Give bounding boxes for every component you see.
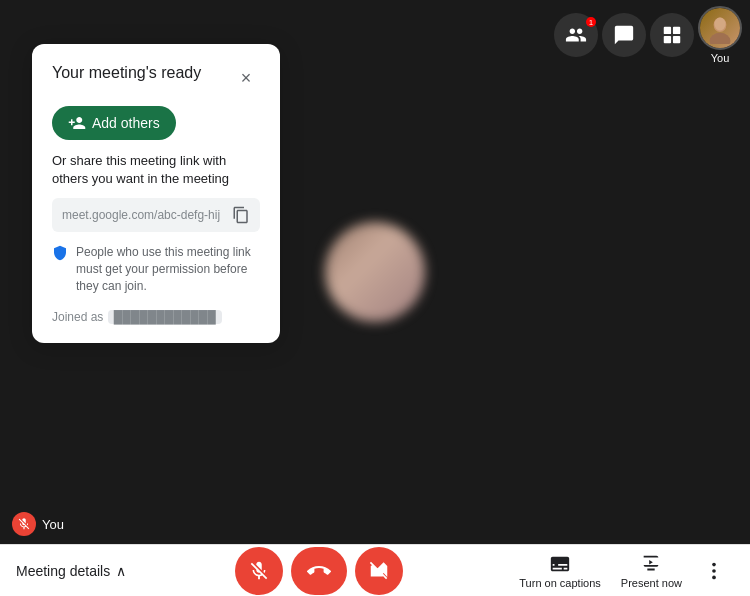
top-bar: 1 You [546,0,750,70]
camera-off-button[interactable] [355,547,403,595]
close-button[interactable]: × [232,64,260,92]
add-others-label: Add others [92,115,160,131]
svg-point-9 [712,575,716,579]
captions-label: Turn on captions [519,577,601,589]
self-name-label: You [42,517,64,532]
more-icon [703,560,725,582]
captions-button[interactable]: Turn on captions [511,549,609,593]
popup-header: Your meeting's ready × [52,64,260,92]
link-row: meet.google.com/abc-defg-hij [52,198,260,232]
add-others-button[interactable]: Add others [52,106,176,140]
svg-rect-2 [664,36,671,43]
layout-button[interactable] [650,13,694,57]
svg-rect-3 [673,36,680,43]
avatar-item: You [698,6,742,64]
mute-button[interactable] [235,547,283,595]
popup-title: Your meeting's ready [52,64,201,82]
avatar-button[interactable] [698,6,742,50]
avatar-image [700,8,740,48]
copy-icon [232,206,250,224]
end-call-icon [307,559,331,583]
meeting-details[interactable]: Meeting details ∧ [16,563,126,579]
popup-card: Your meeting's ready × Add others Or sha… [32,44,280,343]
user-avatar [325,222,425,322]
shield-icon [52,245,68,261]
add-person-icon [68,114,86,132]
share-text: Or share this meeting link with others y… [52,152,260,188]
copy-link-button[interactable] [232,206,250,224]
mic-slash-icon [248,560,270,582]
avatar-face [704,12,736,44]
camera-off-icon [368,560,390,582]
layout-item [650,13,694,57]
mic-off-icon [17,517,31,531]
svg-point-5 [710,33,731,44]
captions-icon [549,553,571,575]
joined-as-row: Joined as ████████████ [52,307,260,325]
svg-point-8 [712,569,716,573]
you-label: You [711,52,730,64]
people-count-badge: 1 [586,17,596,27]
svg-point-6 [714,18,725,31]
chat-icon [613,24,635,46]
people-count-item: 1 [554,13,598,57]
security-text: People who use this meeting link must ge… [76,244,260,294]
joined-as-prefix: Joined as [52,310,103,324]
mic-off-badge [12,512,36,536]
joined-as-name: ████████████ [108,310,222,324]
svg-rect-0 [664,27,671,34]
people-icon [565,24,587,46]
present-icon [640,553,662,575]
bottom-controls [235,547,403,595]
layout-icon [661,24,683,46]
more-button[interactable] [694,551,734,591]
security-row: People who use this meeting link must ge… [52,244,260,294]
meeting-link: meet.google.com/abc-defg-hij [62,208,226,222]
bottom-bar: Meeting details ∧ Turn on captions [0,544,750,596]
svg-rect-1 [673,27,680,34]
chat-button[interactable] [602,13,646,57]
present-label: Present now [621,577,682,589]
svg-point-7 [712,562,716,566]
bottom-right-controls: Turn on captions Present now [511,549,734,593]
meeting-details-label: Meeting details [16,563,110,579]
chevron-up-icon: ∧ [116,563,126,579]
self-label: You [12,512,64,536]
end-call-button[interactable] [291,547,347,595]
chat-item [602,13,646,57]
present-button[interactable]: Present now [613,549,690,593]
